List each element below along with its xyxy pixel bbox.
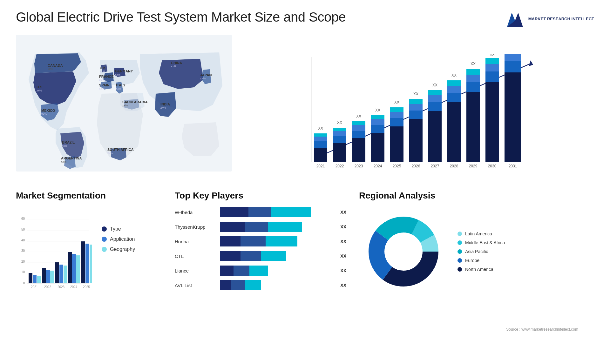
svg-rect-51 — [352, 125, 365, 131]
svg-text:XX: XX — [471, 62, 476, 66]
bar-dark-thyssen — [220, 222, 245, 232]
svg-text:2022: 2022 — [44, 285, 51, 289]
regional-latin-america: Latin America — [458, 231, 505, 236]
legend-dot-type — [102, 226, 107, 232]
svg-rect-91 — [485, 82, 499, 162]
legend-dot-application — [102, 237, 107, 242]
regional-section: Regional Analysis — [353, 191, 594, 327]
regional-label-north-america: North America — [465, 267, 493, 272]
svg-rect-87 — [466, 75, 480, 82]
regional-title: Regional Analysis — [359, 191, 594, 201]
regional-europe: Europe — [458, 258, 505, 263]
seg-chart-area: 0 10 20 30 40 50 60 — [16, 207, 162, 296]
svg-rect-61 — [390, 126, 403, 162]
bar-dark-horiba — [220, 236, 241, 246]
svg-text:2025: 2025 — [393, 164, 401, 168]
svg-text:XX: XX — [375, 108, 380, 112]
svg-text:50: 50 — [21, 228, 25, 231]
player-bar-ctl — [220, 251, 334, 261]
svg-text:xx%: xx% — [99, 78, 105, 82]
bar-light-avl — [245, 280, 261, 290]
bar-mid-thyssen — [245, 222, 268, 232]
svg-text:ITALY: ITALY — [116, 83, 126, 87]
svg-point-142 — [385, 233, 422, 270]
regional-dot-north-america — [458, 267, 462, 272]
svg-rect-127 — [64, 266, 67, 283]
regional-content: Latin America Middle East & Africa Asia … — [359, 207, 594, 296]
bar-dark-wibeda — [220, 207, 248, 217]
svg-text:2023: 2023 — [58, 285, 65, 289]
player-row-wibeda: W-Ibeda XX — [175, 207, 346, 217]
svg-rect-79 — [447, 102, 461, 162]
legend-type-label: Type — [110, 226, 121, 232]
svg-text:XX: XX — [318, 126, 323, 131]
bar-mid-avl — [231, 280, 245, 290]
svg-text:xx%: xx% — [115, 73, 120, 76]
svg-rect-123 — [50, 271, 54, 283]
seg-chart-svg: 0 10 20 30 40 50 60 — [16, 207, 92, 296]
svg-rect-94 — [485, 58, 499, 64]
svg-text:2028: 2028 — [450, 164, 458, 168]
player-bar-wibeda — [220, 207, 334, 217]
player-name-thyssen: ThyssenKrupp — [175, 224, 216, 230]
svg-text:GERMANY: GERMANY — [115, 69, 133, 73]
logo-text: MARKET RESEARCH INTELLECT — [528, 17, 594, 22]
svg-text:SPAIN: SPAIN — [99, 83, 110, 87]
svg-text:xx%: xx% — [99, 87, 105, 90]
svg-rect-92 — [485, 71, 499, 82]
svg-text:2027: 2027 — [431, 164, 439, 168]
svg-text:2024: 2024 — [70, 285, 78, 289]
page-title: Global Electric Drive Test System Market… — [16, 10, 346, 25]
svg-text:xx%: xx% — [41, 112, 47, 116]
svg-rect-63 — [390, 112, 403, 118]
svg-rect-97 — [505, 72, 521, 162]
page-container: Global Electric Drive Test System Market… — [0, 0, 610, 364]
svg-rect-74 — [428, 102, 442, 111]
svg-text:SAUDI ARABIA: SAUDI ARABIA — [122, 100, 148, 104]
top-section: CANADA xx% U.S. xx% MEXICO xx% BRAZIL xx… — [16, 35, 594, 181]
player-name-wibeda: W-Ibeda — [175, 210, 216, 215]
header: Global Electric Drive Test System Market… — [16, 10, 594, 29]
svg-rect-43 — [333, 143, 346, 162]
svg-text:XX: XX — [394, 100, 399, 104]
svg-text:60: 60 — [21, 217, 25, 220]
regional-asia: Asia Pacific — [458, 249, 505, 254]
player-value-horiba: XX — [340, 239, 346, 244]
svg-text:xx%: xx% — [100, 70, 105, 73]
svg-text:20: 20 — [21, 260, 25, 263]
svg-rect-45 — [333, 131, 346, 136]
svg-rect-49 — [352, 138, 365, 162]
bar-mid-liance — [234, 266, 249, 276]
regional-dot-asia — [458, 249, 462, 254]
svg-rect-69 — [409, 104, 423, 111]
segmentation-title: Market Segmentation — [16, 191, 162, 201]
svg-rect-130 — [72, 254, 76, 283]
svg-rect-135 — [90, 245, 92, 283]
player-value-avl: XX — [340, 283, 346, 288]
player-bar-thyssen — [220, 222, 334, 232]
legend-geography: Geography — [102, 246, 135, 252]
player-value-liance: XX — [340, 268, 346, 273]
svg-text:xx%: xx% — [200, 77, 206, 80]
svg-text:xx%: xx% — [62, 144, 67, 147]
legend-application: Application — [102, 236, 135, 242]
svg-text:BRAZIL: BRAZIL — [62, 140, 75, 144]
regional-dot-latin — [458, 232, 462, 236]
player-name-avl: AVL List — [175, 283, 216, 288]
player-name-horiba: Horiba — [175, 239, 216, 244]
svg-rect-56 — [371, 125, 384, 133]
svg-rect-67 — [409, 119, 423, 162]
svg-rect-37 — [314, 148, 327, 162]
svg-rect-85 — [466, 92, 480, 162]
bar-mid-ctl — [241, 251, 261, 261]
svg-rect-46 — [333, 128, 346, 131]
svg-rect-99 — [505, 54, 521, 61]
regional-mea: Middle East & Africa — [458, 240, 505, 245]
svg-text:MEXICO: MEXICO — [41, 109, 55, 112]
bar-mid-horiba — [241, 236, 266, 246]
donut-chart — [359, 207, 448, 296]
bar-mid-wibeda — [248, 207, 271, 217]
legend-type: Type — [102, 226, 135, 232]
bar-chart-container: XX 2021 XX 2022 XX 2023 — [232, 35, 594, 181]
svg-rect-86 — [466, 82, 480, 92]
